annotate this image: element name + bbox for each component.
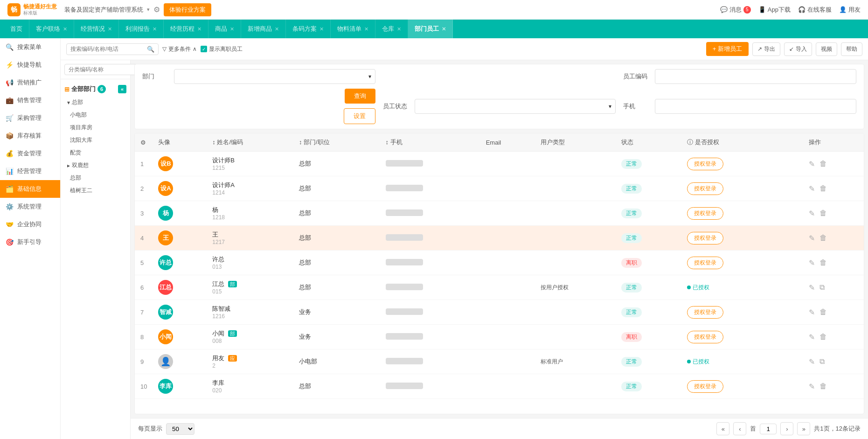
delete-icon[interactable]: 🗑 [819, 308, 827, 317]
sidebar-item-finance[interactable]: 💰 资金管理 [0, 145, 60, 162]
auth-btn[interactable]: 授权登录 [687, 257, 723, 269]
query-button[interactable]: 查询 [345, 89, 375, 104]
col-settings[interactable]: ⚙ [135, 133, 153, 152]
dept-node-zhishu[interactable]: 植树王二 [61, 184, 130, 197]
close-icon[interactable]: ✕ [230, 26, 234, 32]
col-dept[interactable]: ↕ 部门/职位 [293, 133, 380, 152]
sidebar-item-nav[interactable]: ⚡ 快捷导航 [0, 56, 60, 74]
edit-icon[interactable]: ✎ [809, 308, 815, 317]
edit-icon[interactable]: ✎ [809, 258, 815, 267]
filter-phone-input[interactable] [655, 99, 856, 114]
auth-btn[interactable]: 授权登录 [687, 232, 723, 244]
last-page-button[interactable]: » [797, 422, 810, 435]
next-page-button[interactable]: › [780, 422, 793, 435]
auth-btn[interactable]: 授权登录 [687, 380, 723, 393]
tab-profit[interactable]: 利润报告 ✕ [119, 20, 164, 38]
tab-customer[interactable]: 客户联络 ✕ [29, 20, 74, 38]
auth-btn[interactable]: 授权登录 [687, 331, 723, 343]
edit-icon[interactable]: ✎ [809, 357, 815, 366]
message-btn[interactable]: 💬 消息 5 [720, 6, 751, 14]
edit-icon[interactable]: ✎ [809, 382, 815, 391]
sidebar-item-inventory[interactable]: 📦 库存核算 [0, 127, 60, 145]
close-icon[interactable]: ✕ [275, 26, 279, 32]
tab-warehouse[interactable]: 仓库 ✕ [375, 20, 408, 38]
prev-page-button[interactable]: ‹ [733, 422, 746, 435]
export-button[interactable]: ↗ 导出 [752, 42, 780, 56]
search-box[interactable]: 🔍 [66, 43, 159, 55]
sidebar-item-sales[interactable]: 💼 销售管理 [0, 91, 60, 109]
close-icon[interactable]: ✕ [197, 26, 201, 32]
page-size-select[interactable]: 50 20 100 [166, 423, 194, 435]
edit-icon[interactable]: ✎ [809, 209, 815, 218]
delete-icon[interactable]: 🗑 [819, 234, 827, 243]
close-icon[interactable]: ✕ [319, 26, 324, 32]
edit-icon[interactable]: ✎ [809, 333, 815, 341]
dept-node-xiaodian[interactable]: 小电部 [61, 109, 130, 121]
close-icon[interactable]: ✕ [364, 26, 368, 32]
trial-button[interactable]: 体验行业方案 [164, 3, 211, 16]
first-page-button[interactable]: « [716, 422, 729, 435]
tab-history[interactable]: 经营历程 ✕ [164, 20, 208, 38]
col-phone[interactable]: ↕ 手机 [380, 133, 480, 152]
edit-icon[interactable]: ✎ [809, 184, 815, 193]
collapse-button[interactable]: « [118, 85, 126, 93]
help-button[interactable]: 帮助 [841, 42, 862, 56]
delete-icon[interactable]: 🗑 [819, 184, 827, 193]
edit-icon[interactable]: ✎ [809, 283, 815, 292]
copy-icon[interactable]: ⧉ [819, 283, 825, 292]
close-icon[interactable]: ✕ [442, 26, 446, 32]
add-employee-button[interactable]: + 新增员工 [706, 42, 749, 56]
show-resigned-toggle[interactable]: ✓ 显示离职员工 [201, 45, 243, 53]
sidebar-item-basic-info[interactable]: 🗂️ 基础信息 [0, 180, 60, 198]
import-button[interactable]: ↙ 导入 [784, 42, 812, 56]
sidebar-item-guide[interactable]: 🎯 新手引导 [0, 233, 60, 251]
online-service-btn[interactable]: 🎧 在线客服 [798, 6, 832, 14]
edit-icon[interactable]: ✎ [809, 160, 815, 168]
tab-barcode[interactable]: 条码方案 ✕ [286, 20, 331, 38]
delete-icon[interactable]: 🗑 [819, 258, 827, 267]
dept-node-zongbu2[interactable]: 总部 [61, 172, 130, 184]
set-button[interactable]: 设置 [344, 108, 375, 124]
filter-status-select[interactable]: ▾ [415, 99, 616, 114]
tab-operation[interactable]: 经营情况 ✕ [74, 20, 119, 38]
filter-empcode-input[interactable] [655, 69, 856, 84]
close-icon[interactable]: ✕ [153, 26, 157, 32]
gear-icon[interactable]: ⚙ [153, 5, 160, 14]
sidebar-item-system[interactable]: ⚙️ 系统管理 [0, 198, 60, 216]
page-number-input[interactable] [760, 424, 777, 434]
dept-node-project[interactable]: 项目库房 [61, 121, 130, 134]
tab-add-goods[interactable]: 新增商品 ✕ [241, 20, 286, 38]
auth-btn[interactable]: 授权登录 [687, 207, 723, 220]
dept-node-delivery[interactable]: 配货 [61, 146, 130, 159]
more-filter-btn[interactable]: ▽ 更多条件 ∧ [162, 45, 197, 53]
user-menu[interactable]: 👤 用友 [839, 6, 861, 14]
delete-icon[interactable]: 🗑 [819, 209, 827, 218]
filter-dept-select[interactable]: ▾ [174, 69, 375, 84]
close-icon[interactable]: ✕ [63, 26, 67, 32]
col-name[interactable]: ↕ 姓名/编码 [207, 133, 293, 152]
sidebar-item-marketing[interactable]: 📢 营销推广 [0, 74, 60, 91]
tab-dept-employee[interactable]: 部门员工 ✕ [408, 20, 453, 38]
tab-bom[interactable]: 物料清单 ✕ [331, 20, 375, 38]
auth-btn[interactable]: 授权登录 [687, 158, 723, 170]
close-icon[interactable]: ✕ [108, 26, 112, 32]
app-download-btn[interactable]: 📱 App下载 [758, 6, 791, 14]
auth-btn[interactable]: 授权登录 [687, 306, 723, 319]
sidebar-item-collab[interactable]: 🤝 企业协同 [0, 216, 60, 233]
edit-icon[interactable]: ✎ [809, 234, 815, 243]
sidebar-item-search[interactable]: 🔍 搜索菜单 [0, 38, 60, 56]
auth-btn[interactable]: 授权登录 [687, 182, 723, 195]
all-dept-header[interactable]: ⊞ 全部部门 6 « [61, 82, 130, 96]
copy-icon[interactable]: ⧉ [819, 357, 825, 366]
dept-node-shenyang[interactable]: 沈阳大库 [61, 134, 130, 146]
tab-goods[interactable]: 商品 ✕ [208, 20, 241, 38]
delete-icon[interactable]: 🗑 [819, 382, 827, 391]
view-button[interactable]: 视频 [816, 42, 837, 56]
sidebar-item-operation[interactable]: 📊 经营管理 [0, 162, 60, 180]
sidebar-item-purchase[interactable]: 🛒 采购管理 [0, 109, 60, 127]
dept-node-shuanglu[interactable]: ▸ 双鹿想 [61, 159, 130, 172]
delete-icon[interactable]: 🗑 [819, 160, 827, 168]
system-title-dropdown-icon[interactable]: ▾ [147, 7, 150, 13]
dept-node-zongbu[interactable]: ▾ 总部 [61, 96, 130, 109]
search-input[interactable] [70, 46, 145, 52]
